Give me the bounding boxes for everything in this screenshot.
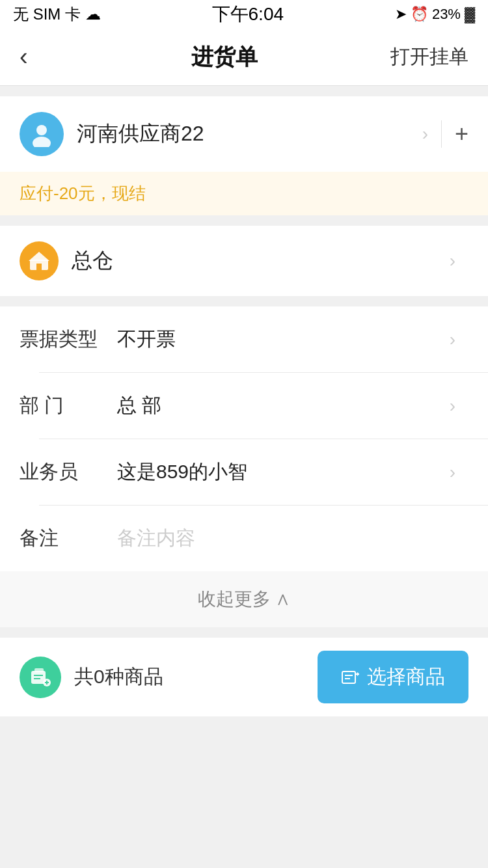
salesperson-chevron-icon: › bbox=[450, 462, 455, 483]
department-chevron-icon: › bbox=[450, 396, 455, 416]
invoice-type-chevron-icon: › bbox=[450, 329, 455, 350]
collapse-label: 收起更多 ∧ bbox=[198, 587, 291, 612]
svg-point-1 bbox=[33, 137, 51, 147]
warehouse-icon bbox=[20, 241, 59, 280]
alarm-icon: ⏰ bbox=[411, 6, 428, 23]
bottom-bar: 共0种商品 选择商品 bbox=[0, 638, 488, 716]
remarks-label: 备注 bbox=[20, 525, 117, 552]
notice-bar: 应付-20元，现结 bbox=[0, 172, 488, 215]
warehouse-row[interactable]: 总仓 › bbox=[20, 226, 468, 296]
remarks-row[interactable]: 备注 备注内容 bbox=[20, 506, 468, 571]
salesperson-label: 业务员 bbox=[20, 459, 117, 485]
warehouse-divider bbox=[0, 296, 488, 306]
sim-signal: 无 SIM 卡 ☁ bbox=[13, 4, 101, 25]
salesperson-row[interactable]: 业务员 这是859的小智 › bbox=[20, 439, 468, 505]
salesperson-value: 这是859的小智 bbox=[117, 459, 450, 485]
status-right: ➤ ⏰ 23% ▓ bbox=[395, 6, 475, 23]
warehouse-section: 总仓 › bbox=[0, 226, 488, 296]
svg-marker-3 bbox=[29, 252, 49, 261]
svg-rect-12 bbox=[342, 671, 355, 683]
invoice-type-row[interactable]: 票据类型 不开票 › bbox=[20, 306, 468, 372]
nav-bar: ‹ 进货单 打开挂单 bbox=[0, 29, 488, 86]
supplier-avatar bbox=[20, 112, 64, 156]
department-label: 部 门 bbox=[20, 392, 117, 419]
collapse-row[interactable]: 收起更多 ∧ bbox=[0, 571, 488, 627]
remarks-input[interactable]: 备注内容 bbox=[117, 525, 468, 552]
supplier-row[interactable]: 河南供应商22 › + bbox=[20, 96, 468, 172]
department-row[interactable]: 部 门 总 部 › bbox=[20, 373, 468, 439]
svg-rect-6 bbox=[34, 668, 44, 672]
select-product-label: 选择商品 bbox=[367, 664, 445, 690]
product-icon bbox=[20, 657, 61, 698]
status-bar: 无 SIM 卡 ☁ 下午6:04 ➤ ⏰ 23% ▓ bbox=[0, 0, 488, 29]
warehouse-name: 总仓 bbox=[72, 247, 450, 275]
product-count: 共0种商品 bbox=[74, 664, 305, 690]
supplier-chevron-icon: › bbox=[422, 124, 428, 144]
battery-text: 23% bbox=[432, 6, 461, 23]
form-section: 票据类型 不开票 › 部 门 总 部 › 业务员 这是859的小智 › 备注 备… bbox=[0, 306, 488, 571]
invoice-type-value: 不开票 bbox=[117, 326, 450, 353]
open-pending-button[interactable]: 打开挂单 bbox=[390, 44, 468, 70]
top-divider bbox=[0, 86, 488, 96]
status-time: 下午6:04 bbox=[212, 2, 284, 27]
empty-area bbox=[0, 716, 488, 868]
back-button[interactable]: ‹ bbox=[20, 43, 59, 71]
notice-divider bbox=[0, 215, 488, 226]
add-supplier-button[interactable]: + bbox=[441, 120, 468, 148]
supplier-section: 河南供应商22 › + bbox=[0, 96, 488, 172]
battery-icon: ▓ bbox=[465, 6, 475, 23]
svg-rect-4 bbox=[36, 264, 42, 270]
department-value: 总 部 bbox=[117, 392, 450, 419]
status-left: 无 SIM 卡 ☁ bbox=[13, 4, 101, 25]
page-title: 进货单 bbox=[191, 42, 258, 72]
select-product-button[interactable]: 选择商品 bbox=[318, 651, 468, 703]
supplier-name: 河南供应商22 bbox=[77, 120, 422, 148]
svg-point-0 bbox=[36, 125, 47, 135]
invoice-type-label: 票据类型 bbox=[20, 326, 117, 353]
warehouse-chevron-icon: › bbox=[450, 251, 455, 271]
location-icon: ➤ bbox=[395, 6, 407, 23]
